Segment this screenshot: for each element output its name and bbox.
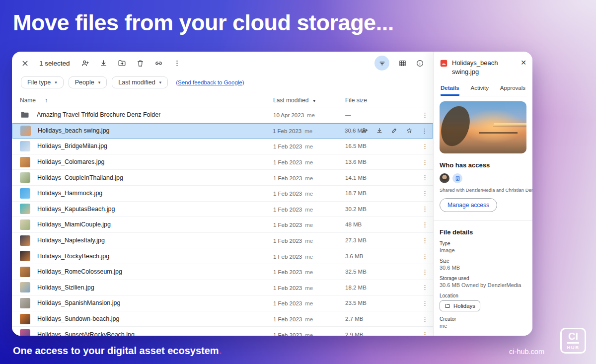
file-name: Holidays_RockyBeach.jpg bbox=[37, 253, 109, 260]
chevron-down-icon: ▾ bbox=[159, 80, 162, 85]
star-icon[interactable] bbox=[406, 127, 413, 134]
file-thumbnail bbox=[20, 204, 30, 214]
file-thumbnail bbox=[20, 298, 30, 308]
file-name: Holidays_BridgeMilan.jpg bbox=[37, 143, 107, 149]
header-file-size[interactable]: File size bbox=[345, 97, 405, 104]
table-row[interactable]: Holidays_RockyBeach.jpg 1 Feb 2023me 3.6… bbox=[12, 248, 433, 264]
send-feedback-link[interactable]: (Send feedback to Google) bbox=[176, 79, 244, 85]
table-row[interactable]: Holidays_Colomares.jpg 1 Feb 2023me 13.6… bbox=[12, 154, 433, 170]
file-owner: me bbox=[305, 238, 313, 244]
table-row[interactable]: Holidays_Sundown-beach.jpg 1 Feb 2023me … bbox=[12, 311, 433, 327]
move-to-folder-icon[interactable] bbox=[118, 59, 126, 68]
more-vert-icon[interactable]: ⋮ bbox=[422, 316, 428, 322]
more-vert-icon[interactable]: ⋮ bbox=[421, 128, 428, 134]
rename-pencil-icon[interactable] bbox=[391, 127, 398, 134]
logo-bar bbox=[567, 342, 579, 344]
more-options-icon[interactable] bbox=[173, 59, 181, 68]
table-row[interactable]: Holidays_MiamiCouple.jpg 1 Feb 2023me 48… bbox=[12, 217, 433, 233]
more-vert-icon[interactable]: ⋮ bbox=[422, 190, 428, 197]
more-vert-icon[interactable]: ⋮ bbox=[422, 206, 428, 212]
file-name: Holidays_Colomares.jpg bbox=[37, 158, 104, 165]
user-avatar[interactable] bbox=[440, 173, 449, 183]
info-icon[interactable] bbox=[416, 59, 424, 68]
link-icon[interactable] bbox=[154, 59, 163, 68]
file-name: Holidays_Hammock.jpg bbox=[37, 190, 102, 197]
file-thumbnail bbox=[20, 251, 30, 261]
share-person-add-icon[interactable] bbox=[361, 127, 368, 134]
file-date: 1 Feb 2023 bbox=[273, 254, 302, 260]
image-file-icon bbox=[440, 59, 448, 68]
location-chip[interactable]: Holidays bbox=[440, 300, 480, 311]
grid-view-icon[interactable] bbox=[398, 59, 407, 68]
table-row[interactable]: Holidays_KaputasBeach.jpg 1 Feb 2023me 3… bbox=[12, 202, 433, 218]
file-size: 14.1 MB bbox=[345, 175, 405, 181]
more-vert-icon[interactable]: ⋮ bbox=[422, 269, 428, 275]
sort-ascending-icon[interactable]: ↑ bbox=[45, 97, 48, 104]
chip-people[interactable]: People ▾ bbox=[69, 76, 107, 88]
table-row[interactable]: Holidays_BridgeMilan.jpg 1 Feb 2023me 16… bbox=[12, 139, 433, 154]
table-row[interactable]: Holidays_NaplesItaly.jpg 1 Feb 2023me 27… bbox=[12, 233, 433, 249]
more-vert-icon[interactable]: ⋮ bbox=[422, 331, 428, 336]
table-row[interactable]: Amazing Travel Trifold Brochure Denz Fol… bbox=[12, 107, 433, 123]
more-vert-icon[interactable]: ⋮ bbox=[422, 143, 428, 149]
more-vert-icon[interactable]: ⋮ bbox=[422, 159, 428, 165]
more-vert-icon[interactable]: ⋮ bbox=[422, 253, 428, 259]
manage-access-button[interactable]: Manage access bbox=[440, 198, 497, 212]
file-name: Holidays_beach swing.jpg bbox=[38, 127, 110, 134]
share-person-add-icon[interactable] bbox=[81, 59, 89, 68]
more-vert-icon[interactable]: ⋮ bbox=[422, 237, 428, 244]
shared-with-text: Shared with DenzlerMedia and Christian D… bbox=[440, 187, 526, 193]
more-vert-icon[interactable]: ⋮ bbox=[422, 174, 428, 181]
file-date: 1 Feb 2023 bbox=[273, 332, 302, 336]
trash-icon[interactable] bbox=[136, 59, 145, 68]
table-row[interactable]: Holidays_beach swing.jpg 1 Feb 2023me 30… bbox=[12, 123, 433, 139]
file-list-area: 1 selected bbox=[12, 52, 433, 336]
file-date: 1 Feb 2023 bbox=[273, 269, 302, 275]
file-owner: me bbox=[305, 159, 313, 165]
file-thumbnail bbox=[20, 314, 30, 324]
filter-icon bbox=[378, 60, 386, 67]
file-name: Holidays_NaplesItaly.jpg bbox=[37, 237, 105, 244]
file-date: 1 Feb 2023 bbox=[273, 207, 302, 213]
close-selection-icon[interactable] bbox=[21, 59, 29, 68]
file-name: Holidays_SunsetAtRockyBeach.jpg bbox=[37, 331, 135, 336]
chip-last-modified[interactable]: Last modified ▾ bbox=[112, 76, 168, 88]
file-date: 1 Feb 2023 bbox=[273, 144, 302, 149]
header-name[interactable]: Name bbox=[20, 97, 36, 104]
chip-file-type[interactable]: File type ▾ bbox=[21, 76, 64, 88]
field-creator-label: Creator bbox=[440, 316, 526, 322]
file-date: 10 Apr 2023 bbox=[273, 112, 304, 118]
chevron-down-icon: ▾ bbox=[98, 80, 101, 85]
organization-badge-icon[interactable] bbox=[452, 173, 462, 183]
file-preview-image[interactable] bbox=[440, 101, 526, 153]
file-size: 48 MB bbox=[345, 221, 405, 227]
file-size: 2.9 MB bbox=[345, 332, 405, 336]
tab-approvals[interactable]: Approvals bbox=[500, 85, 525, 96]
footer-tagline: One access to your digital asset ecosyst… bbox=[13, 345, 222, 357]
table-row[interactable]: Holidays_SpanishMansion.jpg 1 Feb 2023me… bbox=[12, 295, 433, 311]
cihub-logo: CI HUB bbox=[560, 328, 586, 354]
panel-close-icon[interactable]: ✕ bbox=[521, 59, 526, 76]
table-row[interactable]: Holidays_SunsetAtRockyBeach.jpg 1 Feb 20… bbox=[12, 327, 433, 336]
file-date: 1 Feb 2023 bbox=[273, 159, 302, 165]
more-vert-icon[interactable]: ⋮ bbox=[422, 300, 428, 306]
tab-details[interactable]: Details bbox=[441, 85, 459, 96]
table-row[interactable]: Holidays_Sizilien.jpg 1 Feb 2023me 18.2 … bbox=[12, 280, 433, 296]
file-size: 16.5 MB bbox=[345, 143, 405, 149]
more-vert-icon[interactable]: ⋮ bbox=[422, 221, 428, 228]
table-row[interactable]: Holidays_Hammock.jpg 1 Feb 2023me 18.7 M… bbox=[12, 186, 433, 202]
filter-active-toggle[interactable] bbox=[374, 56, 389, 71]
tab-activity[interactable]: Activity bbox=[471, 85, 489, 96]
download-icon[interactable] bbox=[99, 59, 108, 68]
header-last-modified[interactable]: Last modified bbox=[273, 97, 308, 104]
website-url: ci-hub.com bbox=[509, 348, 544, 356]
download-icon[interactable] bbox=[376, 127, 383, 134]
file-thumbnail bbox=[20, 267, 30, 277]
table-row[interactable]: Holidays_CoupleInThailand.jpg 1 Feb 2023… bbox=[12, 170, 433, 186]
panel-divider bbox=[434, 220, 532, 220]
table-row[interactable]: Holidays_RomeColosseum.jpg 1 Feb 2023me … bbox=[12, 264, 433, 280]
more-vert-icon[interactable]: ⋮ bbox=[422, 112, 428, 118]
file-owner: me bbox=[305, 144, 313, 149]
more-vert-icon[interactable]: ⋮ bbox=[422, 284, 428, 291]
file-owner: me bbox=[305, 332, 313, 336]
